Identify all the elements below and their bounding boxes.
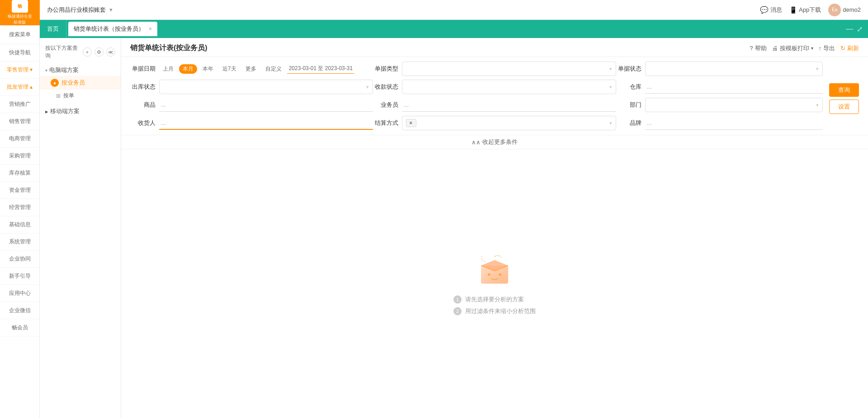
date-range-display[interactable]: 2023-03-01 至 2023-03-31 — [287, 64, 354, 74]
tab-minimize-icon[interactable]: — — [846, 25, 853, 33]
dept-select[interactable]: ▾ — [645, 98, 823, 112]
goods-input[interactable]: ... — [159, 98, 373, 112]
user-menu[interactable]: Ea demo2 — [828, 4, 861, 16]
sidebar-shortcut[interactable]: 快捷导航 — [0, 44, 39, 62]
dept-label: 部门 — [616, 101, 642, 109]
scheme-by-salesperson[interactable]: ● 按业务员 — [40, 76, 121, 90]
export-btn[interactable]: ↑ 导出 — [819, 44, 835, 52]
add-scheme-btn[interactable]: + — [83, 48, 92, 57]
topbar-right: 💬 消息 📱 App下载 Ea demo2 — [760, 4, 861, 16]
empty-tip-1: 1 请先选择要分析的方案 — [453, 295, 536, 304]
filter-doc-status: 单据状态 ▾ — [616, 62, 859, 76]
sidebar-item-collab[interactable]: 企业协同 — [0, 251, 39, 268]
tip-1-num: 1 — [453, 295, 462, 304]
tip-2-text: 用过滤条件来缩小分析范围 — [465, 307, 536, 315]
date-tab-this-year[interactable]: 本年 — [199, 64, 217, 74]
help-icon: ? — [750, 45, 753, 52]
filter-row-4: 收货人 ... 结算方式 × ▾ — [121, 116, 868, 135]
msg-btn[interactable]: 💬 消息 — [760, 6, 782, 14]
consignee-input[interactable]: ... — [159, 116, 373, 130]
print-label: 按模板打印 — [780, 44, 809, 52]
pc-scheme-label: 电脑端方案 — [49, 66, 79, 74]
app-download-btn[interactable]: 📱 App下载 — [789, 6, 821, 14]
svg-point-4 — [488, 273, 491, 276]
dept-arrow: ▾ — [816, 102, 819, 108]
msg-icon: 💬 — [760, 6, 769, 14]
date-tab-custom[interactable]: 自定义 — [262, 64, 285, 74]
sidebar-item-marketing[interactable]: 营销推广 — [0, 96, 39, 113]
tab-home[interactable]: 首页 — [40, 20, 66, 38]
sidebar-item-basic[interactable]: 基础信息 — [0, 216, 39, 233]
search-menu-btn[interactable]: 搜索菜单 — [0, 25, 39, 44]
scheme-by-order[interactable]: ⊞ 按单 — [40, 90, 121, 102]
sidebar-item-apps[interactable]: 应用中心 — [0, 285, 39, 302]
sidebar-item-wechat[interactable]: 企业微信 — [0, 302, 39, 319]
tab-active[interactable]: 销货单统计表（按业务员） × — [68, 22, 157, 36]
salesperson-label: 业务员 — [373, 101, 398, 109]
sidebar-item-purchase[interactable]: 采购管理 — [0, 147, 39, 165]
date-tab-more[interactable]: 更多 — [242, 64, 260, 74]
settle-method-label: 结算方式 — [373, 119, 398, 127]
doc-status-select[interactable]: ▾ — [645, 62, 823, 76]
action-buttons: 查询 设置 — [829, 83, 859, 114]
filter-salesperson: 业务员 ... — [373, 98, 616, 112]
setting-button[interactable]: 设置 — [829, 100, 859, 114]
filter-warehouse: 仓库 ... — [616, 80, 859, 94]
left-panel-header: 按以下方案查询 + ⚙ ≪ — [40, 42, 121, 62]
warehouse-input[interactable]: ... — [645, 80, 823, 94]
sidebar-item-sales[interactable]: 销售管理 — [0, 113, 39, 130]
print-btn[interactable]: 🖨 按模板打印 ▾ — [772, 44, 813, 52]
filter-row-3: 商品 ... 业务员 ... 部门 — [121, 98, 868, 116]
filter-section: 单据日期 上月 本月 本年 近7天 更多 自定义 2023-03-01 至 20… — [121, 57, 868, 149]
query-button[interactable]: 查询 — [829, 83, 859, 97]
doc-type-arrow: ▾ — [609, 66, 612, 72]
sidebar-item-member[interactable]: 畅会员 — [0, 319, 39, 337]
sidebar-item-operation[interactable]: 经营管理 — [0, 199, 39, 216]
search-menu-label[interactable]: 搜索菜单 — [0, 29, 39, 40]
pc-scheme-arrow: ▾ — [45, 68, 47, 73]
date-tab-last-month[interactable]: 上月 — [159, 64, 177, 74]
edit-scheme-btn[interactable]: ⚙ — [94, 48, 104, 57]
sidebar-item-retail[interactable]: 零售管理 ▾ — [0, 62, 39, 79]
page-actions: ? 帮助 🖨 按模板打印 ▾ ↑ 导出 ↻ 刷新 — [750, 44, 859, 52]
settle-method-x[interactable]: × — [409, 120, 412, 126]
collapse-btn[interactable]: ∧∧ 收起更多条件 — [472, 138, 518, 146]
settle-method-select[interactable]: × ▾ — [402, 116, 616, 130]
doc-status-arrow: ▾ — [816, 66, 819, 72]
tab-close-icon[interactable]: × — [149, 26, 152, 32]
collapse-bar: ∧∧ 收起更多条件 — [121, 135, 868, 149]
out-status-arrow: ▾ — [366, 84, 369, 90]
date-tab-7days[interactable]: 近7天 — [219, 64, 240, 74]
empty-illustration — [472, 252, 517, 288]
help-btn[interactable]: ? 帮助 — [750, 44, 766, 52]
collapse-panel-btn[interactable]: ≪ — [106, 48, 115, 57]
filter-dept: 部门 ▾ — [616, 98, 859, 112]
brand-input[interactable]: ... — [645, 116, 823, 130]
tab-maximize-icon[interactable]: ⤢ — [857, 25, 863, 33]
doc-type-select[interactable]: ▾ — [402, 62, 616, 76]
sidebar-item-newbie[interactable]: 新手引导 — [0, 268, 39, 285]
mobile-scheme-group[interactable]: ▸ 移动端方案 — [40, 105, 121, 117]
date-controls: 上月 本月 本年 近7天 更多 自定义 2023-03-01 至 2023-03… — [159, 64, 373, 74]
app-download-icon: 📱 — [789, 6, 797, 14]
sidebar-item-finance[interactable]: 资金管理 — [0, 182, 39, 199]
right-panel: 销货单统计表(按业务员) ? 帮助 🖨 按模板打印 ▾ ↑ 导出 — [121, 38, 868, 418]
sidebar-item-ecommerce[interactable]: 电商管理 — [0, 130, 39, 147]
settle-method-arrow: ▾ — [609, 120, 612, 126]
recv-status-select[interactable]: ▾ — [402, 80, 616, 94]
sidebar-item-wholesale[interactable]: 批发管理 ▴ — [0, 79, 39, 96]
logo[interactable]: 畅 畅捷通好生意 标准版 — [0, 0, 40, 25]
mobile-scheme-label: 移动端方案 — [50, 107, 80, 115]
refresh-btn[interactable]: ↻ 刷新 — [840, 44, 859, 52]
page-title: 销货单统计表(按业务员) — [130, 43, 208, 53]
sidebar-item-inventory[interactable]: 库存核算 — [0, 165, 39, 182]
pc-scheme-group[interactable]: ▾ 电脑端方案 — [40, 64, 121, 76]
out-status-select[interactable]: ▾ — [159, 80, 373, 94]
tabbar-actions: — ⤢ — [846, 25, 868, 33]
consignee-label: 收货人 — [130, 119, 156, 127]
sidebar-item-system[interactable]: 系统管理 — [0, 233, 39, 251]
salesperson-input[interactable]: ... — [402, 98, 616, 112]
content-area: 按以下方案查询 + ⚙ ≪ ▾ 电脑端方案 ● 按业务员 ⊞ 按单 — [40, 38, 868, 418]
breadcrumb-dropdown-icon[interactable]: ▾ — [109, 6, 113, 13]
date-tab-this-month[interactable]: 本月 — [179, 64, 197, 74]
